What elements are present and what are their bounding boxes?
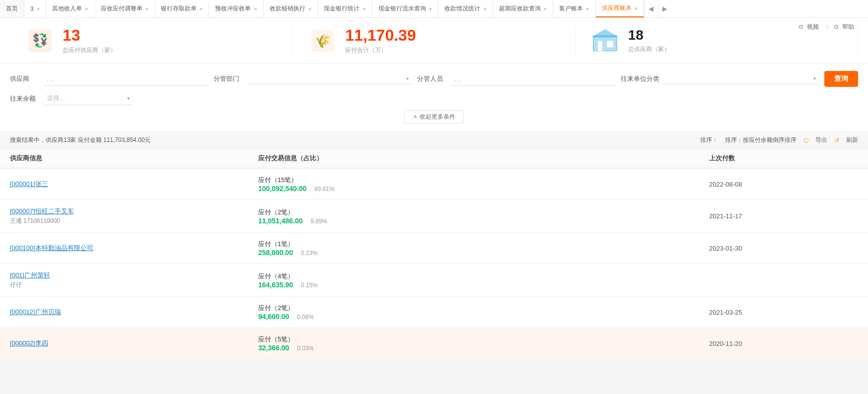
close-icon[interactable]: × <box>544 6 547 12</box>
nav-tab-payment-exec-label: 收款核销执行 <box>270 4 305 13</box>
close-icon[interactable]: × <box>635 5 638 11</box>
help-link[interactable]: ⊙ 帮助 <box>834 23 856 30</box>
nav-tab-collection-stat-label: 收款情况统计 <box>444 4 480 13</box>
table-row: [000007]恒旺二手叉车 王通 17106110000 应付（2笔） 11,… <box>0 200 868 233</box>
summary-bar: 💱 13 总应付供应商（家） 🌾 11,170.39 应付合计（万） <box>0 18 868 64</box>
tx-amount: 258,000.00 <box>258 249 293 257</box>
balance-filter-label: 往来余额 <box>10 94 40 103</box>
nav-tab-3[interactable]: 3 × <box>24 0 46 17</box>
video-link[interactable]: ⊙ 视频 <box>798 23 821 30</box>
supplier-name-link[interactable]: [000007]恒旺二手叉车 <box>10 207 258 216</box>
close-icon[interactable]: × <box>37 6 40 12</box>
balance-filter-input[interactable]: 选择... ▾ <box>44 92 133 105</box>
nav-tab-ar-ap-adjust[interactable]: 应收应付调整单 × <box>95 0 155 17</box>
nav-prev-arrow[interactable]: ◀ <box>644 0 658 17</box>
close-icon[interactable]: × <box>586 6 589 12</box>
supplier-name-link[interactable]: [000100]本特勤油品有限公司 <box>10 244 258 253</box>
svg-text:🌾: 🌾 <box>314 33 331 49</box>
nav-tab-other-income-label: 其他收入单 <box>52 4 82 13</box>
supplier-filter-input[interactable]: ... <box>44 72 209 86</box>
amount-icon: 🌾 <box>307 26 337 56</box>
close-icon[interactable]: × <box>254 6 257 12</box>
table-row: [000100]本特勤油品有限公司 应付（1笔） 258,000.00 0.23… <box>0 233 868 264</box>
nav-tab-cash-bank-flow[interactable]: 现金银行流水查询 × <box>372 0 438 17</box>
summary-content-total-suppliers: 18 总供应商（家） <box>628 28 670 54</box>
supplier-name-link[interactable]: [001]广州荣轩 <box>10 271 258 280</box>
table-row: [000002]李四 应付（5笔） 32,366.00 0.03% 2020-1… <box>0 328 868 359</box>
tx-amount: 164,635.90 <box>258 281 293 289</box>
nav-tab-supplier-ledger[interactable]: 供应商账本 × <box>596 0 644 17</box>
tx-percent: 9.89% <box>310 218 327 225</box>
nav-tab-overdue-query[interactable]: 超期应收款查询 × <box>493 0 553 17</box>
nav-next-arrow[interactable]: ▶ <box>658 0 672 17</box>
tx-percent: 0.15% <box>301 282 318 289</box>
nav-tab-bank-deposit[interactable]: 银行存取款单 × <box>155 0 209 17</box>
nav-tab-other-income[interactable]: 其他收入单 × <box>46 0 94 17</box>
top-navigation: 首页 3 × 其他收入单 × 应收应付调整单 × 银行存取款单 × 预收冲应收单… <box>0 0 868 18</box>
nav-tab-supplier-ledger-label: 供应商账本 <box>602 4 632 12</box>
tx-amount: 11,051,486.00 <box>258 217 303 225</box>
supplier-filter: 供应商 ... <box>10 72 209 86</box>
top-right-links: ⊙ 视频 | ⊙ 帮助 <box>796 23 859 31</box>
query-button[interactable]: 查询 <box>824 71 858 87</box>
table-row: [000012]广州贝瑞 应付（2笔） 94,600.00 0.08% 2021… <box>0 297 868 328</box>
svg-rect-5 <box>598 41 602 51</box>
person-filter-label: 分管人员 <box>417 74 447 83</box>
supplier-filter-label: 供应商 <box>10 74 40 83</box>
tx-amount: 94,600.00 <box>258 313 289 321</box>
close-icon[interactable]: × <box>483 6 486 12</box>
supplier-name-link[interactable]: [000012]广州贝瑞 <box>10 308 258 317</box>
nav-tab-bank-deposit-label: 银行存取款单 <box>161 4 197 13</box>
tx-count: 应付（15笔） <box>258 176 709 185</box>
supplier-info-cell: [000007]恒旺二手叉车 王通 17106110000 <box>10 207 258 225</box>
table-header: 供应商信息 应付交易信息（占比） 上次付数 <box>0 149 868 169</box>
dept-filter-input[interactable]: ▾ <box>247 73 412 84</box>
export-button[interactable]: 导出 <box>815 136 827 144</box>
supplier-name-link[interactable]: [000002]李四 <box>10 339 258 348</box>
unit-class-filter-input[interactable]: ▾ <box>663 73 819 84</box>
tx-percent: 0.08% <box>297 314 314 321</box>
close-icon[interactable]: × <box>200 6 203 12</box>
close-icon[interactable]: × <box>362 6 365 12</box>
table-row: [000001]张三 应付（15笔） 100,092,540.00 89.61%… <box>0 169 868 200</box>
refresh-button[interactable]: 刷新 <box>846 136 858 144</box>
table-row: [001]广州荣轩 仔仔 应付（4笔） 164,635.90 0.15% <box>0 264 868 297</box>
store-icon <box>590 26 620 56</box>
tx-info-cell: 应付（2笔） 11,051,486.00 9.89% <box>258 208 709 225</box>
nav-tab-customer-ledger-label: 客户账本 <box>559 4 583 13</box>
nav-tab-overdue-query-label: 超期应收款查询 <box>499 4 541 13</box>
supplier-sub: 仔仔 <box>10 281 258 289</box>
results-summary: 搜索结果中，供应商13家 应付金额 111,703,854.00元 <box>10 136 150 144</box>
results-bar: 搜索结果中，供应商13家 应付金额 111,703,854.00元 排序： 排序… <box>0 132 868 149</box>
close-icon[interactable]: × <box>85 6 88 12</box>
nav-tab-collection-stat[interactable]: 收款情况统计 × <box>438 0 493 17</box>
nav-tab-home[interactable]: 首页 <box>0 0 24 17</box>
nav-tab-prepay[interactable]: 预收冲应收单 × <box>209 0 263 17</box>
collapse-button[interactable]: ∧ 收起更多条件 <box>404 110 463 124</box>
col-header-tx: 应付交易信息（占比） <box>258 154 709 163</box>
person-filter-input[interactable]: ... <box>451 72 616 86</box>
filter-area: 供应商 ... 分管部门 ▾ 分管人员 ... 往来单位分类 ▾ 查询 <box>0 64 868 132</box>
supplier-name-link[interactable]: [000001]张三 <box>10 180 258 189</box>
close-icon[interactable]: × <box>429 6 432 12</box>
tx-amount: 32,366.00 <box>258 344 289 352</box>
results-right-actions: 排序： 排序：按应付余额倒序排序 ⬡ 导出 ↺ 刷新 <box>700 136 858 144</box>
tx-count: 应付（2笔） <box>258 304 709 313</box>
tx-info-cell: 应付（2笔） 94,600.00 0.08% <box>258 304 709 321</box>
person-filter: 分管人员 ... <box>417 72 616 86</box>
tx-percent: 0.03% <box>297 345 314 352</box>
last-pay-cell: 2021-03-25 <box>709 309 858 316</box>
sort-select[interactable]: 排序：按应付余额倒序排序 <box>725 136 796 144</box>
supplier-info-cell: [000002]李四 <box>10 339 258 348</box>
unit-class-dropdown-arrow-icon: ▾ <box>813 75 816 82</box>
nav-tab-customer-ledger[interactable]: 客户账本 × <box>553 0 595 17</box>
summary-card-amount: 🌾 11,170.39 应付合计（万） <box>292 26 575 56</box>
nav-tab-cash-bank-stat[interactable]: 现金银行统计 × <box>318 0 372 17</box>
close-icon[interactable]: × <box>308 6 311 12</box>
nav-tab-payment-exec[interactable]: 收款核销执行 × <box>264 0 318 17</box>
close-icon[interactable]: × <box>145 6 148 12</box>
col-header-lastpay: 上次付数 <box>709 154 858 163</box>
export-icon: ⬡ <box>803 137 808 144</box>
dept-filter: 分管部门 ▾ <box>214 73 412 84</box>
svg-rect-8 <box>593 35 617 37</box>
